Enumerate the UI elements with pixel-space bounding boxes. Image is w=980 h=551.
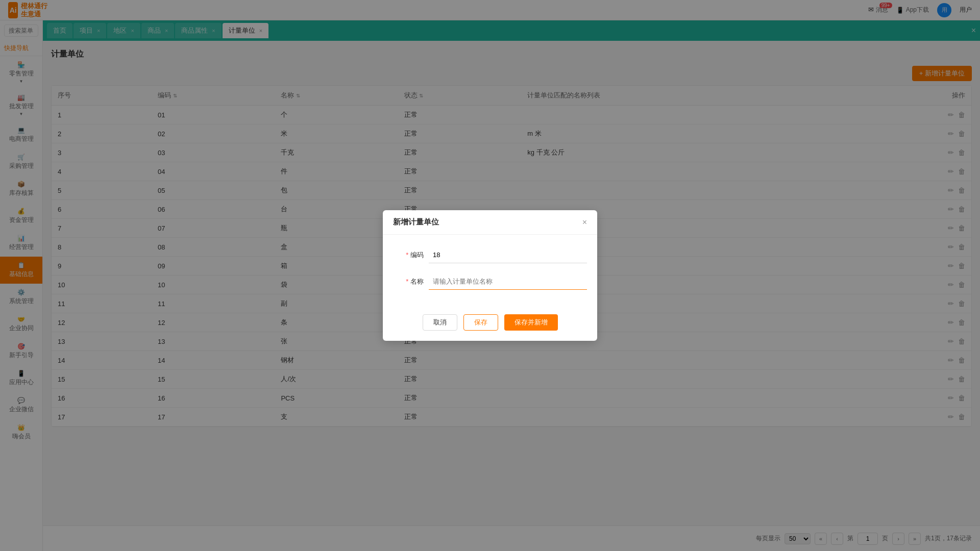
form-row-name: 名称 [393, 273, 587, 290]
name-label: 名称 [393, 277, 424, 286]
modal-overlay[interactable]: 新增计量单位 × 编码 名称 取消 保存 保存并新增 [0, 0, 980, 551]
cancel-button[interactable]: 取消 [423, 314, 457, 331]
code-input[interactable] [429, 247, 587, 263]
modal-close-button[interactable]: × [582, 218, 587, 227]
form-row-code: 编码 [393, 247, 587, 263]
save-new-button[interactable]: 保存并新增 [504, 314, 558, 331]
modal-body: 编码 名称 [383, 235, 597, 308]
add-unit-modal: 新增计量单位 × 编码 名称 取消 保存 保存并新增 [383, 210, 597, 341]
modal-header: 新增计量单位 × [383, 210, 597, 235]
name-input[interactable] [429, 273, 587, 290]
code-label: 编码 [393, 251, 424, 260]
modal-footer: 取消 保存 保存并新增 [383, 308, 597, 341]
save-button[interactable]: 保存 [463, 314, 498, 331]
modal-title: 新增计量单位 [393, 217, 439, 227]
